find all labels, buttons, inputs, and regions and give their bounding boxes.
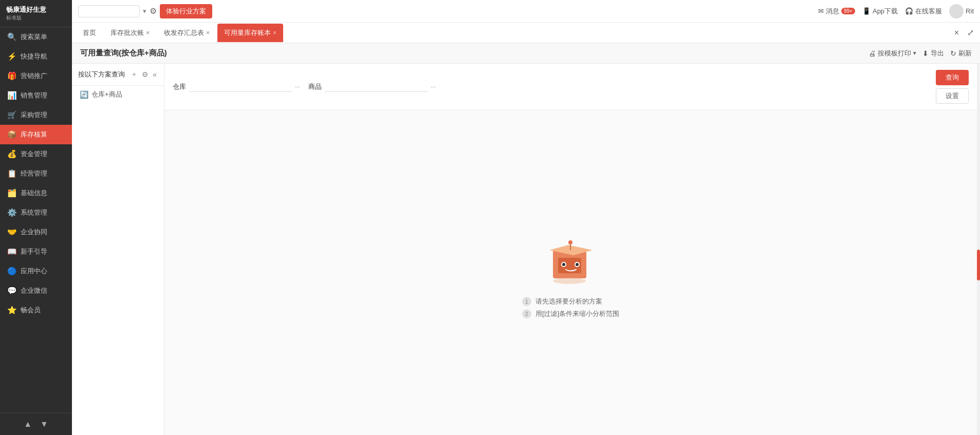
inventory-icon: 📦 <box>7 130 16 139</box>
sidebar-item-label: 库存核算 <box>21 130 47 139</box>
topbar-left: ▾ ⚙ 体验行业方案 <box>78 4 814 18</box>
tip-text-2: 用[过滤]条件来缩小分析范围 <box>535 309 619 318</box>
app-download-icon: 📱 <box>862 7 871 15</box>
warehouse-product-icon: 🔄 <box>79 90 88 99</box>
topbar-search-input[interactable] <box>78 5 140 17</box>
query-button[interactable]: 查询 <box>936 70 969 85</box>
sidebar-item-label: 系统管理 <box>21 208 47 217</box>
sidebar-item-label: 采购管理 <box>21 110 47 120</box>
sidebar-item-operations[interactable]: 📋 经营管理 <box>0 164 72 183</box>
refresh-icon: ↻ <box>950 49 956 58</box>
scroll-down-button[interactable]: ▼ <box>36 418 52 431</box>
content-area: 按以下方案查询 ＋ ⚙ « 🔄 仓库+商品 仓库 ··· <box>72 64 980 435</box>
sidebar-item-wechat[interactable]: 💬 企业微信 <box>0 281 72 300</box>
app-download-button[interactable]: 📱 App下载 <box>862 7 898 16</box>
right-scrollbar[interactable] <box>977 64 980 435</box>
sidebar-item-shortcut[interactable]: ⚡ 快捷导航 <box>0 47 72 66</box>
empty-illustration <box>540 227 602 289</box>
app-download-label: App下载 <box>873 7 898 16</box>
message-button[interactable]: ✉ 消息 99+ <box>818 7 855 16</box>
message-icon: ✉ <box>818 7 824 15</box>
query-fields: 仓库 ··· 商品 ··· 查询 设置 <box>164 64 977 110</box>
tab-batch-ledger-label: 库存批次账 <box>110 28 144 37</box>
sidebar-item-finance[interactable]: 💰 资金管理 <box>0 144 72 164</box>
industry-btn[interactable]: 体验行业方案 <box>160 4 212 18</box>
filter-panel-title: 按以下方案查询 <box>78 70 125 79</box>
sidebar-item-enterprise[interactable]: 🤝 企业协同 <box>0 222 72 242</box>
tab-deposit-summary[interactable]: 收发存汇总表 × <box>157 24 216 42</box>
sidebar-item-label: 企业协同 <box>21 228 47 237</box>
sidebar-item-sales[interactable]: 📊 销售管理 <box>0 86 72 105</box>
tab-batch-ledger-close[interactable]: × <box>146 29 150 36</box>
svg-point-7 <box>568 240 572 244</box>
window-expand-button[interactable]: ⤢ <box>965 26 976 40</box>
main-content: ▾ ⚙ 体验行业方案 ✉ 消息 99+ 📱 App下载 🎧 在线客服 Rit <box>72 0 980 435</box>
wechat-icon: 💬 <box>7 286 16 295</box>
sidebar-item-label: 快捷导航 <box>21 52 47 61</box>
user-label: Rit <box>966 7 974 15</box>
template-print-button[interactable]: 🖨 按模板打印 ▾ <box>868 49 916 58</box>
sidebar-item-inventory[interactable]: 📦 库存核算 <box>0 125 72 144</box>
sidebar-item-label: 经营管理 <box>21 169 47 178</box>
sidebar-item-label: 企业微信 <box>21 286 47 295</box>
product-more-button[interactable]: ··· <box>431 83 436 90</box>
sidebar-item-label: 新手引导 <box>21 247 47 256</box>
topbar-dropdown-icon[interactable]: ▾ <box>143 7 146 15</box>
online-service-button[interactable]: 🎧 在线客服 <box>905 7 942 16</box>
sidebar-item-label: 畅会员 <box>21 306 41 315</box>
tab-home[interactable]: 首页 <box>76 24 103 42</box>
service-label: 在线客服 <box>915 7 942 16</box>
empty-tip-1: 1 请先选择要分析的方案 <box>522 297 619 306</box>
operations-icon: 📋 <box>7 169 16 178</box>
sidebar-item-search[interactable]: 🔍 搜索菜单 <box>0 27 72 47</box>
tab-batch-ledger[interactable]: 库存批次账 × <box>104 24 156 42</box>
sidebar-item-label: 应用中心 <box>21 267 47 276</box>
shortcut-icon: ⚡ <box>7 52 16 61</box>
sidebar-bottom: ▲ ▼ <box>0 413 72 435</box>
export-button[interactable]: ⬇ 导出 <box>922 49 944 58</box>
settings-button[interactable]: 设置 <box>936 88 969 104</box>
sidebar-item-member[interactable]: ⭐ 畅会员 <box>0 300 72 320</box>
export-label: 导出 <box>931 49 944 58</box>
sidebar-item-apps[interactable]: 🔵 应用中心 <box>0 261 72 281</box>
sidebar-item-guide[interactable]: 📖 新手引导 <box>0 242 72 261</box>
refresh-button[interactable]: ↻ 刷新 <box>950 49 972 58</box>
sidebar-item-purchase[interactable]: 🛒 采购管理 <box>0 105 72 125</box>
topbar-gear-icon[interactable]: ⚙ <box>150 6 157 16</box>
sidebar-item-marketing[interactable]: 🎁 营销推广 <box>0 66 72 86</box>
warehouse-more-button[interactable]: ··· <box>295 83 300 90</box>
message-badge: 99+ <box>841 8 855 14</box>
sidebar-header: 畅康通好生意 标准版 <box>0 0 72 27</box>
empty-svg-illustration <box>540 227 602 289</box>
sidebar-item-label: 搜索菜单 <box>21 32 47 42</box>
window-close-button[interactable]: × <box>952 26 961 40</box>
tip-text-1: 请先选择要分析的方案 <box>535 297 602 306</box>
filter-panel-header: 按以下方案查询 ＋ ⚙ « <box>72 64 164 86</box>
tip-number-1: 1 <box>522 297 531 306</box>
tab-available-ledger[interactable]: 可用量库存账本 × <box>217 24 283 42</box>
tab-deposit-summary-close[interactable]: × <box>206 29 210 36</box>
query-panel: 仓库 ··· 商品 ··· 查询 设置 <box>164 64 977 435</box>
filter-item-warehouse-product[interactable]: 🔄 仓库+商品 <box>72 86 164 103</box>
product-field: 商品 ··· <box>308 82 436 92</box>
filter-add-button[interactable]: ＋ <box>130 69 139 80</box>
page-header: 可用量查询(按仓库+商品) 🖨 按模板打印 ▾ ⬇ 导出 ↻ 刷新 <box>72 43 980 64</box>
print-icon: 🖨 <box>868 49 876 58</box>
product-input[interactable] <box>325 82 428 92</box>
warehouse-input[interactable] <box>189 82 292 92</box>
user-avatar-area[interactable]: Rit <box>949 4 974 18</box>
sidebar-nav: 🔍 搜索菜单 ⚡ 快捷导航 🎁 营销推广 📊 销售管理 🛒 采购管理 📦 库存核… <box>0 27 72 413</box>
empty-tips: 1 请先选择要分析的方案 2 用[过滤]条件来缩小分析范围 <box>522 297 619 318</box>
query-action-buttons: 查询 设置 <box>936 70 969 104</box>
service-icon: 🎧 <box>905 7 913 15</box>
scroll-up-button[interactable]: ▲ <box>20 418 36 431</box>
filter-settings-button[interactable]: ⚙ <box>141 69 150 80</box>
filter-item-label: 仓库+商品 <box>91 90 122 99</box>
filter-collapse-button[interactable]: « <box>152 69 158 80</box>
print-dropdown-icon[interactable]: ▾ <box>913 50 916 56</box>
warehouse-label: 仓库 <box>173 82 186 91</box>
sidebar-item-system[interactable]: ⚙️ 系统管理 <box>0 203 72 222</box>
guide-icon: 📖 <box>7 247 16 256</box>
tab-available-ledger-close[interactable]: × <box>273 29 276 36</box>
sidebar-item-basic[interactable]: 🗂️ 基础信息 <box>0 183 72 203</box>
